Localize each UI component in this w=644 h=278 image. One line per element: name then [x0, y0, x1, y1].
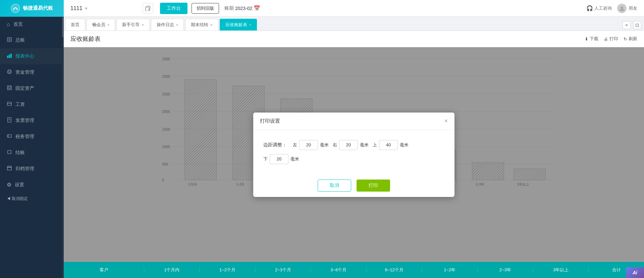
tab-period-close-label: 期末结转 [191, 22, 208, 28]
tab-ar-aging[interactable]: 应收账龄表 × [220, 19, 257, 30]
top-input[interactable] [379, 140, 398, 150]
sidebar-item-archive[interactable]: 归档管理 [0, 161, 64, 177]
table-col-customer: 客户 [64, 267, 144, 273]
print-button[interactable]: 🖨 打印 [604, 36, 618, 42]
funds-icon [7, 69, 12, 76]
sidebar-collapse-button[interactable]: ◀ 取消固定 [0, 193, 64, 205]
tab-oplog-close[interactable]: × [176, 23, 178, 27]
workbench-button[interactable]: 工作台 [160, 3, 187, 14]
bottom-table-header: 客户 1个月内 1~2个月 2~3个月 3~6个月 6~12个月 1~2年 2~… [64, 262, 644, 278]
sidebar-item-general-ledger[interactable]: 总账 [0, 32, 64, 48]
page-content: 应收账龄表 ⬇ 下载 🖨 打印 ↻ 刷新 [64, 31, 644, 278]
ai-label: Ai [633, 270, 637, 275]
sidebar-item-closing[interactable]: 结账 [0, 145, 64, 161]
tab-period-close-close[interactable]: × [210, 23, 212, 27]
right-input[interactable] [339, 140, 358, 150]
table-col-2-3m: 2~3个月 [255, 267, 311, 273]
sidebar-item-fixed-assets[interactable]: 固定资产 [0, 80, 64, 96]
dialog-title: 打印设置 [260, 118, 280, 124]
refresh-label: 刷新 [629, 36, 637, 42]
print-label: 打印 [609, 36, 618, 42]
logo-text: 畅捷通易代账 [23, 5, 53, 11]
ai-badge[interactable]: Ai [626, 267, 644, 278]
period-value: 2023-02 [235, 6, 252, 11]
sidebar-label-funds: 资金管理 [15, 69, 34, 75]
switch-version-button[interactable]: 切到旧版 [192, 3, 219, 14]
svg-point-3 [621, 6, 623, 9]
tab-member-close[interactable]: × [107, 23, 109, 27]
table-col-3y-plus: 3年以上 [533, 267, 589, 273]
logo-icon [11, 4, 20, 13]
payroll-icon [7, 101, 12, 108]
tab-home-label: 首页 [71, 22, 79, 28]
sidebar-label-general-ledger: 总账 [15, 37, 25, 43]
window-expand-button[interactable]: ⊡ [633, 21, 641, 29]
svg-point-11 [7, 70, 11, 74]
tab-period-close[interactable]: 期末结转 × [185, 19, 218, 30]
sidebar-label-settings: 设置 [15, 182, 24, 188]
tab-guide-label: 新手引导 [122, 22, 140, 28]
tab-member-label: 畅会员 [92, 22, 105, 28]
sidebar-item-funds[interactable]: 资金管理 [0, 64, 64, 80]
company-selector[interactable]: 1111 ▾ [70, 5, 138, 11]
tab-bar: 首页 畅会员 × 新手引导 × 操作日志 × 期末结转 × 应收账龄表 × [64, 17, 644, 31]
tab-home[interactable]: 首页 [65, 19, 85, 30]
settings-icon: ⚙ [7, 182, 11, 188]
top-label: 上 [373, 142, 377, 148]
content-area: 首页 畅会员 × 新手引导 × 操作日志 × 期末结转 × 应收账龄表 × [64, 17, 644, 278]
tab-oplog-label: 操作日志 [157, 22, 174, 28]
sidebar-item-reports[interactable]: 报表中心 [0, 48, 64, 64]
dialog-body: 边距调整： 左 毫米 右 毫米 [253, 130, 454, 174]
left-unit: 毫米 [320, 142, 329, 148]
refresh-icon: ↻ [624, 37, 627, 42]
table-col-1-2m: 1~2个月 [200, 267, 256, 273]
tab-guide-close[interactable]: × [142, 23, 144, 27]
logo-area: 畅捷通易代账 [0, 0, 64, 17]
tab-oplog[interactable]: 操作日志 × [151, 19, 184, 30]
headset-icon: 🎧 [586, 5, 593, 11]
sidebar-item-invoice[interactable]: 发票管理 [0, 113, 64, 129]
download-label: 下载 [590, 36, 598, 42]
margin-top-group: 上 毫米 [373, 140, 409, 150]
bottom-input[interactable] [270, 154, 288, 164]
confirm-print-button[interactable]: 打印 [357, 180, 390, 192]
window-close-button[interactable]: × [623, 21, 631, 29]
margin-right-group: 右 毫米 [333, 140, 369, 150]
header-right: 🎧 人工咨询 用友 [586, 4, 637, 13]
bottom-label: 下 [263, 156, 268, 162]
svg-rect-8 [7, 56, 8, 58]
print-settings-dialog: 打印设置 × 边距调整： 左 毫米 [253, 113, 454, 197]
refresh-button[interactable]: ↻ 刷新 [624, 36, 637, 42]
download-button[interactable]: ⬇ 下载 [585, 36, 598, 42]
copy-button[interactable] [143, 3, 153, 14]
sidebar-label-archive: 归档管理 [15, 166, 34, 172]
left-input[interactable] [299, 140, 318, 150]
dialog-close-button[interactable]: × [444, 118, 448, 124]
sidebar-item-settings[interactable]: ⚙ 设置 [0, 177, 64, 193]
table-col-1-2y: 1~2年 [422, 267, 478, 273]
tab-guide[interactable]: 新手引导 × [116, 19, 149, 30]
user-area[interactable]: 用友 [617, 4, 637, 13]
svg-rect-2 [146, 7, 149, 11]
consult-button[interactable]: 🎧 人工咨询 [586, 5, 612, 11]
download-icon: ⬇ [585, 37, 588, 42]
tab-ar-aging-close[interactable]: × [249, 23, 251, 27]
sidebar-item-home[interactable]: ⌂ 首页 [0, 17, 64, 32]
modal-overlay: 打印设置 × 边距调整： 左 毫米 [64, 47, 644, 262]
sidebar: ⌂ 首页 总账 报表中心 资金管理 固定资产 [0, 17, 64, 278]
table-col-2-3y: 2~3年 [478, 267, 533, 273]
svg-rect-10 [10, 54, 12, 58]
cancel-button[interactable]: 取消 [318, 180, 351, 192]
margin-row: 边距调整： 左 毫米 右 毫米 [263, 140, 444, 164]
home-icon: ⌂ [7, 21, 10, 27]
ledger-icon [7, 37, 12, 44]
page-title: 应收账龄表 [70, 35, 101, 43]
sidebar-label-closing: 结账 [15, 150, 25, 156]
tab-member[interactable]: 畅会员 × [87, 19, 115, 30]
calendar-icon[interactable]: 📅 [254, 5, 260, 11]
user-name: 用友 [629, 5, 637, 11]
period-label: 账期 [224, 5, 234, 11]
sidebar-item-tax[interactable]: 税务管理 [0, 129, 64, 145]
svg-rect-13 [7, 86, 11, 90]
sidebar-item-payroll[interactable]: 工资 [0, 96, 64, 113]
